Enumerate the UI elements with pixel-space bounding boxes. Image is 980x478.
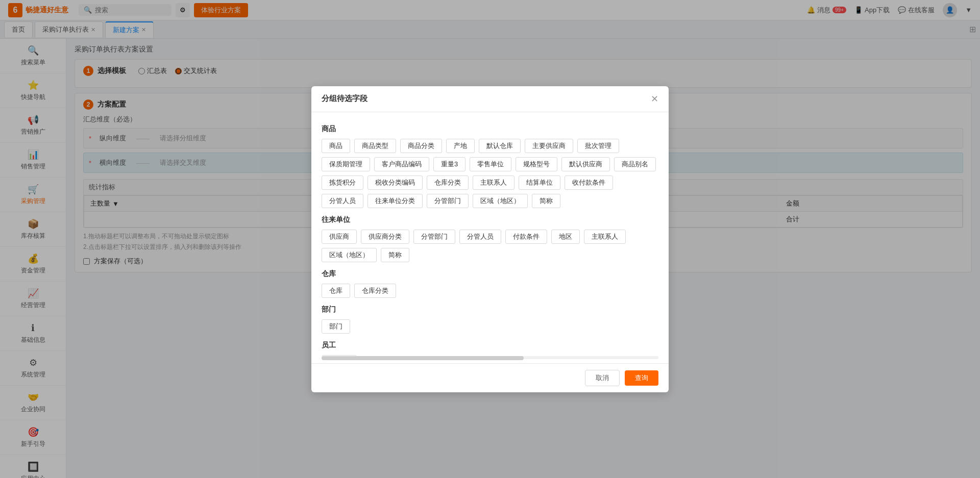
warehouse-field-grid: 仓库 仓库分类 — [322, 284, 658, 298]
modal-close-button[interactable]: ✕ — [651, 93, 658, 105]
field-tag-spec-model[interactable]: 规格型号 — [516, 157, 557, 171]
field-tag-dept[interactable]: 部门 — [322, 319, 350, 334]
field-tag-warehouse-cat[interactable]: 仓库分类 — [354, 284, 396, 298]
partner-field-grid: 供应商 供应商分类 分管部门 分管人员 付款条件 地区 主联系人 区域（地区） … — [322, 230, 658, 262]
field-tag-payment-cond[interactable]: 付款条件 — [505, 230, 547, 244]
field-tag-origin[interactable]: 产地 — [446, 139, 475, 153]
field-tag-dept-partner[interactable]: 分管部门 — [413, 230, 455, 244]
goods-field-grid: 商品 商品类型 商品分类 产地 默认仓库 主要供应商 批次管理 保质期管理 客户… — [322, 139, 658, 208]
section-label-dept: 部门 — [322, 305, 658, 314]
section-label-staff: 员工 — [322, 341, 658, 350]
field-tag-region-goods[interactable]: 区域（地区） — [473, 194, 528, 208]
modal-cancel-button[interactable]: 取消 — [585, 370, 620, 386]
field-tag-region-partner[interactable]: 区域（地区） — [322, 248, 377, 262]
field-tag-goods-type[interactable]: 商品类型 — [354, 139, 396, 153]
field-tag-main-contact-partner[interactable]: 主联系人 — [584, 230, 626, 244]
modal-footer: 取消 查询 — [311, 363, 669, 392]
field-tag-goods-category[interactable]: 商品分类 — [400, 139, 442, 153]
field-tag-default-supplier[interactable]: 默认供应商 — [561, 157, 610, 171]
field-tag-area[interactable]: 地区 — [551, 230, 580, 244]
field-tag-tax-code[interactable]: 税收分类编码 — [368, 175, 423, 190]
modal-hscroll[interactable] — [322, 356, 658, 359]
field-select-modal: 分组待选字段 ✕ 商品 商品 商品类型 商品分类 产地 默认仓库 主要供应商 批… — [311, 86, 669, 392]
field-tag-dept-goods[interactable]: 分管部门 — [427, 194, 469, 208]
field-tag-partner-category[interactable]: 往来单位分类 — [368, 194, 423, 208]
field-tag-main-contact[interactable]: 主联系人 — [473, 175, 514, 190]
modal-header: 分组待选字段 ✕ — [311, 86, 669, 112]
section-label-partner: 往来单位 — [322, 215, 658, 224]
modal-title: 分组待选字段 — [322, 94, 368, 104]
field-tag-settlement-unit[interactable]: 结算单位 — [519, 175, 560, 190]
modal-overlay: 分组待选字段 ✕ 商品 商品 商品类型 商品分类 产地 默认仓库 主要供应商 批… — [0, 0, 980, 478]
modal-hscroll-thumb — [322, 356, 524, 360]
field-tag-pick-points[interactable]: 拣货积分 — [322, 175, 363, 190]
field-tag-supplier-category[interactable]: 供应商分类 — [361, 230, 409, 244]
field-tag-weight3[interactable]: 重量3 — [433, 157, 465, 171]
modal-body: 商品 商品 商品类型 商品分类 产地 默认仓库 主要供应商 批次管理 保质期管理… — [311, 112, 669, 356]
field-tag-goods-alias[interactable]: 商品别名 — [614, 157, 656, 171]
field-tag-goods[interactable]: 商品 — [322, 139, 350, 153]
field-tag-default-warehouse[interactable]: 默认仓库 — [479, 139, 521, 153]
field-tag-warehouse[interactable]: 仓库 — [322, 284, 350, 298]
field-tag-payment-terms[interactable]: 收付款条件 — [565, 175, 613, 190]
modal-confirm-button[interactable]: 查询 — [625, 370, 658, 386]
field-tag-short-name-partner[interactable]: 简称 — [381, 248, 409, 262]
section-label-goods: 商品 — [322, 124, 658, 134]
field-tag-shelf-life[interactable]: 保质期管理 — [322, 157, 370, 171]
field-tag-manager-partner[interactable]: 分管人员 — [459, 230, 501, 244]
field-tag-batch-mgmt[interactable]: 批次管理 — [577, 139, 619, 153]
field-tag-retail-unit[interactable]: 零售单位 — [470, 157, 511, 171]
section-label-warehouse: 仓库 — [322, 269, 658, 279]
field-tag-manager[interactable]: 分管人员 — [322, 194, 363, 208]
field-tag-customer-code[interactable]: 客户商品编码 — [374, 157, 429, 171]
dept-field-grid: 部门 — [322, 319, 658, 334]
field-tag-main-supplier[interactable]: 主要供应商 — [525, 139, 573, 153]
field-tag-short-name-goods[interactable]: 简称 — [532, 194, 560, 208]
field-tag-supplier[interactable]: 供应商 — [322, 230, 357, 244]
field-tag-warehouse-category[interactable]: 仓库分类 — [427, 175, 469, 190]
